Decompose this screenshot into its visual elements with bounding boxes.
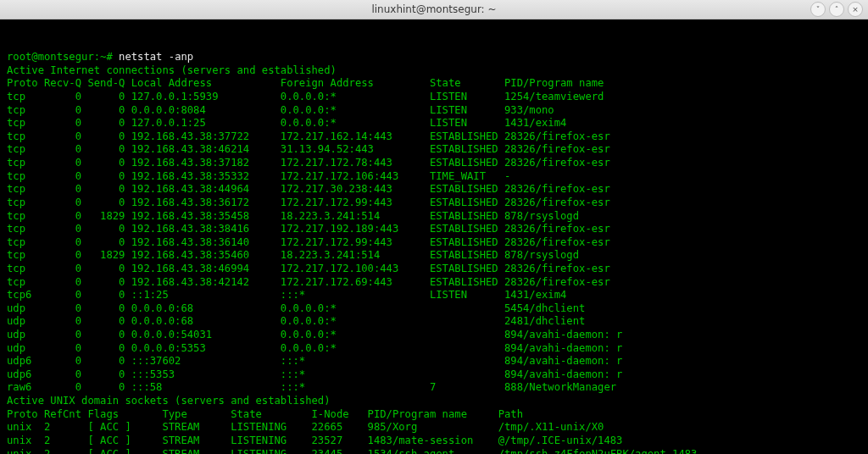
minimize-button[interactable]: ˅ (810, 2, 826, 17)
close-icon: × (852, 6, 859, 14)
maximize-icon: ˄ (835, 6, 839, 14)
maximize-button[interactable]: ˄ (829, 2, 844, 17)
minimize-icon: ˅ (816, 6, 821, 14)
terminal-viewport[interactable]: root@montsegur:~# netstat -anp Active In… (0, 19, 868, 454)
title-bar[interactable]: linuxhint@montsegur: ~ ˅ ˄ × (0, 0, 868, 19)
window-title: linuxhint@montsegur: ~ (371, 3, 496, 15)
close-button[interactable]: × (848, 2, 863, 17)
window-controls: ˅ ˄ × (810, 2, 863, 17)
terminal-output: root@montsegur:~# netstat -anp Active In… (7, 51, 861, 454)
terminal-window: linuxhint@montsegur: ~ ˅ ˄ × root@montse… (0, 0, 868, 454)
